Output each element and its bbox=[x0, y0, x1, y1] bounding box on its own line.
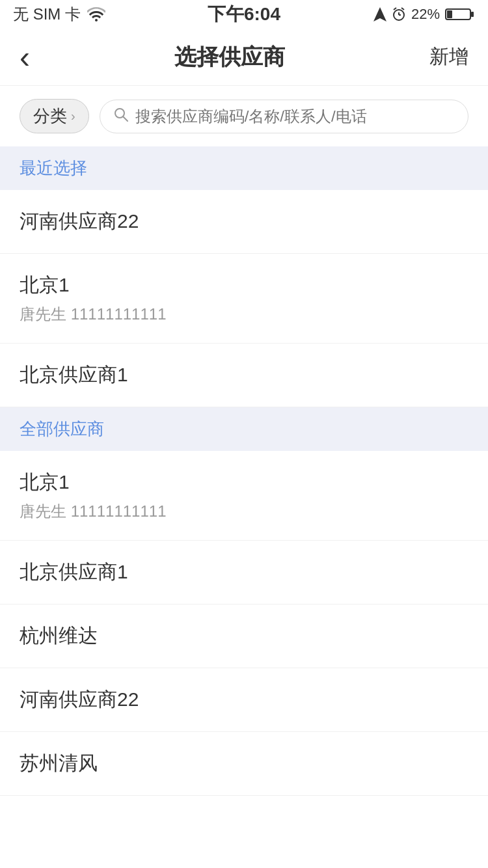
status-time: 下午6:04 bbox=[208, 2, 280, 27]
recent-section-label: 最近选择 bbox=[20, 158, 87, 178]
svg-line-9 bbox=[123, 116, 128, 121]
all-list: 北京1唐先生 11111111111北京供应商1杭州维达河南供应商22苏州清风 bbox=[0, 451, 488, 796]
list-item[interactable]: 河南供应商22 bbox=[0, 190, 488, 254]
battery-icon bbox=[445, 7, 475, 21]
item-name: 北京1 bbox=[20, 469, 468, 496]
search-icon bbox=[113, 107, 129, 126]
search-box bbox=[100, 100, 468, 133]
all-section-header: 全部供应商 bbox=[0, 407, 488, 451]
svg-line-4 bbox=[401, 8, 404, 10]
list-item[interactable]: 河南供应商22 bbox=[0, 668, 488, 732]
list-item[interactable]: 北京供应商1 bbox=[0, 541, 488, 604]
status-bar: 无 SIM 卡 下午6:04 22% bbox=[0, 0, 488, 29]
svg-rect-6 bbox=[471, 12, 474, 17]
back-button[interactable]: ‹ bbox=[20, 42, 30, 73]
item-name: 杭州维达 bbox=[20, 623, 468, 649]
all-section-label: 全部供应商 bbox=[20, 419, 104, 439]
filter-bar: 分类 › bbox=[0, 86, 488, 146]
wifi-icon bbox=[87, 7, 105, 21]
item-name: 苏州清风 bbox=[20, 750, 468, 777]
alarm-icon bbox=[392, 7, 406, 21]
status-carrier: 无 SIM 卡 bbox=[13, 4, 105, 25]
svg-rect-7 bbox=[447, 10, 452, 18]
item-name: 北京供应商1 bbox=[20, 559, 468, 586]
category-button[interactable]: 分类 › bbox=[20, 99, 89, 133]
item-name: 河南供应商22 bbox=[20, 208, 468, 235]
item-name: 河南供应商22 bbox=[20, 686, 468, 713]
page-title: 选择供应商 bbox=[174, 42, 285, 72]
chevron-icon: › bbox=[71, 109, 75, 124]
list-item[interactable]: 北京1唐先生 11111111111 bbox=[0, 451, 488, 541]
item-name: 北京1 bbox=[20, 272, 468, 299]
recent-list: 河南供应商22北京1唐先生 11111111111北京供应商1 bbox=[0, 190, 488, 407]
recent-section-header: 最近选择 bbox=[0, 146, 488, 190]
location-icon bbox=[373, 7, 386, 21]
item-sub: 唐先生 11111111111 bbox=[20, 304, 468, 325]
list-item[interactable]: 杭州维达 bbox=[0, 604, 488, 668]
nav-bar: ‹ 选择供应商 新增 bbox=[0, 29, 488, 86]
list-item[interactable]: 苏州清风 bbox=[0, 732, 488, 796]
status-right-group: 22% bbox=[373, 6, 475, 23]
list-item[interactable]: 北京1唐先生 11111111111 bbox=[0, 254, 488, 344]
search-input[interactable] bbox=[135, 107, 455, 126]
category-label: 分类 bbox=[33, 105, 67, 128]
svg-line-3 bbox=[394, 8, 396, 10]
back-icon: ‹ bbox=[20, 42, 30, 73]
new-action-button[interactable]: 新增 bbox=[429, 44, 468, 70]
list-item[interactable]: 北京供应商1 bbox=[0, 344, 488, 407]
item-name: 北京供应商1 bbox=[20, 362, 468, 388]
battery-text: 22% bbox=[411, 6, 440, 23]
carrier-text: 无 SIM 卡 bbox=[13, 4, 81, 25]
item-sub: 唐先生 11111111111 bbox=[20, 501, 468, 522]
